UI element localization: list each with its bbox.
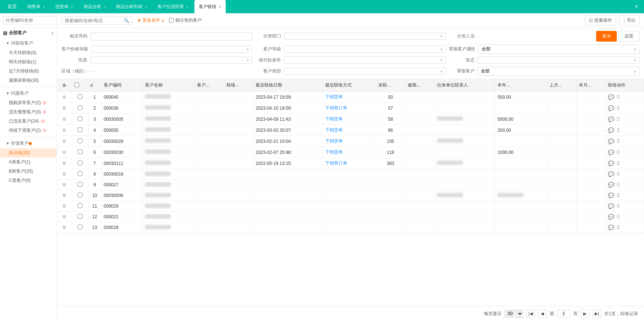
grid-action-icon[interactable]: ⠿ <box>616 182 620 188</box>
close-icon[interactable]: × <box>103 4 106 9</box>
next-page-button[interactable]: ▶ <box>581 309 590 318</box>
td-checkbox[interactable] <box>72 136 88 147</box>
sidebar-item-class-c[interactable]: C类客户(6) <box>0 176 57 185</box>
grid-action-icon[interactable]: ⠿ <box>616 214 620 220</box>
sidebar-item-ungroup[interactable]: 未分组(32) <box>0 148 57 158</box>
td-gear[interactable]: ⚙ <box>57 222 72 233</box>
th-gear[interactable]: ⚙ <box>57 79 72 92</box>
close-icon[interactable]: × <box>145 4 147 9</box>
status-select[interactable]: ∨ <box>478 57 640 64</box>
td-checkbox[interactable] <box>72 222 88 233</box>
category-search-input[interactable] <box>3 16 57 24</box>
td-checkbox[interactable] <box>72 92 88 103</box>
td-last-method[interactable]: 下销货单 <box>323 147 376 158</box>
th-checkbox[interactable] <box>72 79 88 92</box>
sidebar-item-class-a[interactable]: A类客户(1) <box>0 158 57 167</box>
grid-action-icon[interactable]: ⠿ <box>616 127 620 133</box>
grid-action-icon[interactable]: ⠿ <box>616 160 620 166</box>
export-button[interactable]: ↓ 导出 <box>619 15 640 25</box>
td-last-method[interactable]: 下销售订单 <box>323 103 376 114</box>
sidebar-item-lost[interactable]: 已流失客户(24) ⓪ <box>0 117 57 126</box>
customer-level-select[interactable]: ∨ <box>284 46 446 53</box>
td-gear[interactable]: ⚙ <box>57 180 72 190</box>
sidebar-item-week[interactable]: 近7天待联络(0) <box>0 67 57 76</box>
td-gear[interactable]: ⚙ <box>57 158 72 169</box>
chat-icon[interactable]: 💬 <box>608 171 614 177</box>
sidebar-all-customers[interactable]: ⊞ 全部客户 « <box>0 28 57 38</box>
payment-select[interactable]: ∨ <box>284 57 446 64</box>
sidebar-item-abnormal[interactable]: 囤购异常客户(2) ⓪ <box>0 98 57 107</box>
sidebar-item-today[interactable]: 今天待联络(0) <box>0 48 57 57</box>
sidebar-group-pending[interactable]: ▼ 待联络客户 <box>0 38 57 48</box>
sidebar-item-class-b[interactable]: B类客户(33) <box>0 167 57 176</box>
select-all-checkbox[interactable] <box>74 82 79 87</box>
grid-action-icon[interactable]: ⠿ <box>616 203 620 209</box>
close-icon[interactable]: × <box>71 4 73 9</box>
sidebar-group-value[interactable]: ▼ 价值客户 <box>0 138 57 148</box>
td-checkbox[interactable] <box>72 190 88 201</box>
td-last-method[interactable]: 下销售订单 <box>323 158 376 169</box>
td-gear[interactable]: ⚙ <box>57 92 72 103</box>
td-checkbox[interactable] <box>72 169 88 180</box>
chat-icon[interactable]: 💬 <box>608 214 614 220</box>
chat-icon[interactable]: 💬 <box>608 182 614 188</box>
chat-icon[interactable]: 💬 <box>608 116 614 122</box>
my-customers-check[interactable] <box>169 18 174 23</box>
phone-input[interactable] <box>90 32 252 40</box>
td-last-method[interactable] <box>323 169 376 180</box>
more-conditions-button[interactable]: ▼ 更多条件 ∧ <box>137 17 165 24</box>
td-checkbox[interactable] <box>72 212 88 222</box>
td-checkbox[interactable] <box>72 180 88 190</box>
search-input[interactable] <box>65 18 124 23</box>
nav-tab-customer-contact[interactable]: 客户联络 × <box>194 0 225 13</box>
chat-icon[interactable]: 💬 <box>608 193 614 198</box>
grid-action-icon[interactable]: ⠿ <box>616 94 620 100</box>
close-icon[interactable]: × <box>186 4 189 9</box>
chat-icon[interactable]: 💬 <box>608 127 614 133</box>
nav-tab-sales[interactable]: 销售单 × <box>23 0 49 13</box>
dept-select[interactable]: ∨ <box>284 33 446 40</box>
td-last-method[interactable]: 下销货单 <box>323 136 376 147</box>
grid-action-icon[interactable]: ⠿ <box>616 171 620 177</box>
grid-action-icon[interactable]: ⠿ <box>616 225 620 230</box>
page-input[interactable] <box>557 310 570 317</box>
td-checkbox[interactable] <box>72 147 88 158</box>
chat-icon[interactable]: 💬 <box>608 149 614 155</box>
td-last-method[interactable]: 下销货单 <box>323 92 376 103</box>
sidebar-item-tomorrow[interactable]: 明天待联络(1) <box>0 57 57 67</box>
td-gear[interactable]: ⚙ <box>57 114 72 125</box>
chat-icon[interactable]: 💬 <box>608 160 614 166</box>
grid-action-icon[interactable]: ⠿ <box>616 116 620 122</box>
last-page-button[interactable]: ▶| <box>592 309 601 318</box>
td-last-method[interactable] <box>323 180 376 190</box>
grid-action-icon[interactable]: ⠿ <box>616 105 620 111</box>
collapse-icon[interactable]: « <box>51 31 54 36</box>
close-icon[interactable]: × <box>219 4 221 9</box>
close-icon[interactable]: × <box>43 4 45 9</box>
person-select[interactable]: ··· <box>478 34 481 39</box>
chat-icon[interactable]: 💬 <box>608 138 614 144</box>
scattered-attr-select[interactable]: 全部 ∨ <box>478 45 640 54</box>
td-gear[interactable]: ⚙ <box>57 103 72 114</box>
chat-icon[interactable]: 💬 <box>608 94 614 100</box>
td-last-method[interactable] <box>323 201 376 212</box>
region-select[interactable]: ··· <box>91 69 95 74</box>
td-gear[interactable]: ⚙ <box>57 190 72 201</box>
search-icon[interactable]: 🔍 <box>124 18 129 23</box>
td-gear[interactable]: ⚙ <box>57 169 72 180</box>
td-gear[interactable]: ⚙ <box>57 125 72 136</box>
td-gear[interactable]: ⚙ <box>57 201 72 212</box>
first-page-button[interactable]: |◀ <box>526 309 535 318</box>
chat-icon[interactable]: 💬 <box>608 203 614 209</box>
sidebar-group-problem[interactable]: ▼ 问题客户 <box>0 88 57 98</box>
nav-tab-customer-tier[interactable]: 客户分层经客 × <box>153 0 193 13</box>
td-gear[interactable]: ⚙ <box>57 147 72 158</box>
td-last-method[interactable]: 下销货单 <box>323 125 376 136</box>
prev-page-button[interactable]: ◀ <box>538 309 547 318</box>
td-checkbox[interactable] <box>72 201 88 212</box>
sidebar-item-overdue[interactable]: 逾期未联络(30) <box>0 76 57 85</box>
scattered-select[interactable]: 全部 ∨ <box>478 67 640 76</box>
close-all-tabs-button[interactable]: × <box>632 3 641 10</box>
nav-home[interactable]: 首页 <box>3 2 21 11</box>
td-last-method[interactable]: 下销货单 <box>323 114 376 125</box>
